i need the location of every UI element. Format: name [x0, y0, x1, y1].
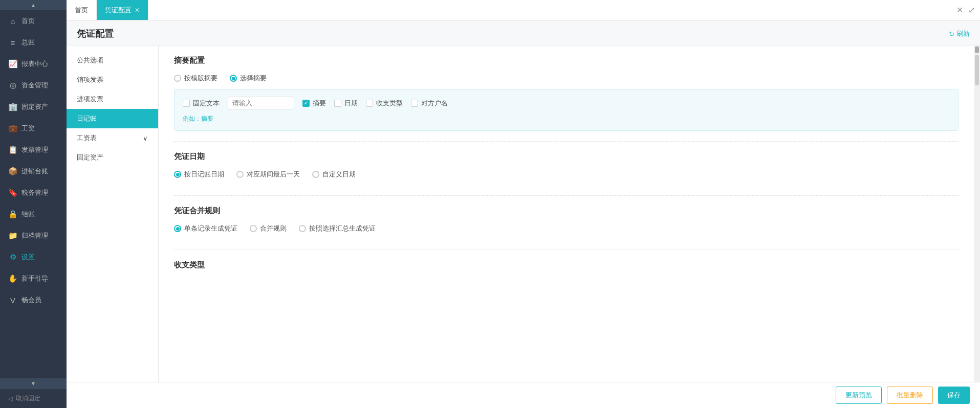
unpin-label: 取消固定: [16, 394, 40, 403]
update-preview-button[interactable]: 更新预览: [836, 387, 882, 404]
sidebar-item-vip[interactable]: V 畅会员: [0, 289, 67, 311]
left-nav-journal[interactable]: 日记账: [67, 109, 158, 128]
sidebar-item-assets[interactable]: 🏢 固定资产: [0, 96, 67, 118]
checkbox-abstract[interactable]: ✓ 摘要: [302, 99, 326, 108]
sidebar-scroll-down[interactable]: ▼: [0, 378, 67, 389]
sidebar-item-label: 首页: [21, 16, 35, 26]
left-nav-purchase-inv[interactable]: 进项发票: [67, 89, 158, 109]
save-button[interactable]: 保存: [938, 387, 970, 404]
content-layout: 公共选项 销项发票 进项发票 日记账 工资表 ∨ 固定资产 摘要配置: [67, 46, 980, 382]
checkbox-fixed-text-box: [183, 100, 190, 107]
checkbox-counterparty-box: [411, 100, 418, 107]
radio-summary[interactable]: 按照选择汇总生成凭证: [299, 224, 376, 233]
checkbox-income-type-box: [366, 100, 373, 107]
sidebar-item-label: 新手引导: [21, 274, 48, 283]
page-title: 凭证配置: [77, 28, 114, 40]
left-nav-sales[interactable]: 销项发票: [67, 70, 158, 89]
sidebar-item-invoice[interactable]: 📋 发票管理: [0, 139, 67, 161]
date-options-group: 按日记账日期 对应期间最后一天 自定义日期: [174, 170, 959, 179]
radio-merge-rule[interactable]: 合并规则: [250, 224, 287, 233]
left-nav-journal-label: 日记账: [77, 114, 97, 123]
archive-icon: 📁: [8, 231, 17, 240]
close-account-icon: 🔒: [8, 210, 17, 219]
sidebar-item-salary[interactable]: 💼 工资: [0, 118, 67, 139]
tax-icon: 🔖: [8, 188, 17, 197]
sidebar-item-reports[interactable]: 📈 报表中心: [0, 53, 67, 75]
checkbox-income-type-label: 收支类型: [376, 99, 403, 108]
main-area: 首页 凭证配置 ✕ ✕ ⤢ 凭证配置 ↻ 刷新 公共选项 销项发票 进: [67, 0, 980, 408]
window-controls: ✕ ⤢: [956, 5, 975, 15]
radio-summary-circle: [299, 225, 306, 232]
tab-voucher[interactable]: 凭证配置 ✕: [97, 0, 148, 20]
left-nav-sales-label: 销项发票: [77, 75, 103, 84]
radio-merge-rule-circle: [250, 225, 257, 232]
radio-single-circle: [174, 225, 181, 232]
left-nav-fixed-assets-label: 固定资产: [77, 153, 103, 162]
sidebar-item-settings[interactable]: ⚙ 设置: [0, 246, 67, 268]
checkbox-abstract-label: 摘要: [313, 99, 326, 108]
window-maximize-btn[interactable]: ⤢: [968, 5, 975, 15]
tab-home-label: 首页: [75, 6, 88, 15]
refresh-label: 刷新: [956, 29, 970, 38]
tab-voucher-label: 凭证配置: [105, 6, 132, 15]
invoice-icon: 📋: [8, 145, 17, 154]
checkbox-counterparty[interactable]: 对方户名: [411, 99, 448, 108]
home-icon: ⌂: [8, 17, 17, 26]
radio-period-last[interactable]: 对应期间最后一天: [236, 170, 300, 179]
sidebar-nav: ⌂ 首页 ≡ 总账 📈 报表中心 ◎ 资金管理 🏢 固定资产 💼 工资 📋 发票…: [0, 10, 67, 378]
checkbox-date[interactable]: 日期: [334, 99, 358, 108]
sidebar-item-archive[interactable]: 📁 归档管理: [0, 225, 67, 246]
radio-single[interactable]: 单条记录生成凭证: [174, 224, 237, 233]
tab-voucher-close[interactable]: ✕: [135, 7, 140, 14]
radio-journal-date[interactable]: 按日记账日期: [174, 170, 224, 179]
scrollbar-thumb[interactable]: [975, 55, 979, 85]
abstract-example: 例如：摘要: [183, 115, 950, 123]
sidebar-item-home[interactable]: ⌂ 首页: [0, 10, 67, 32]
sidebar-item-label: 进销台账: [21, 167, 48, 176]
checkbox-fixed-text-label: 固定文本: [193, 99, 220, 108]
sidebar-item-close[interactable]: 🔒 结账: [0, 203, 67, 225]
checkbox-income-type[interactable]: 收支类型: [366, 99, 403, 108]
sidebar-item-purchase[interactable]: 📦 进销台账: [0, 161, 67, 182]
sidebar-item-tax[interactable]: 🔖 税务管理: [0, 182, 67, 203]
left-nav-public[interactable]: 公共选项: [67, 51, 158, 70]
sidebar-item-ledger[interactable]: ≡ 总账: [0, 32, 67, 53]
window-close-btn[interactable]: ✕: [956, 5, 963, 15]
sidebar-item-label: 结账: [21, 210, 35, 219]
right-scrollbar[interactable]: [974, 46, 980, 382]
sidebar-item-label: 资金管理: [21, 81, 48, 90]
sidebar-item-label: 归档管理: [21, 231, 48, 240]
fixed-text-input[interactable]: [228, 97, 294, 109]
checkbox-fixed-text[interactable]: 固定文本: [183, 99, 220, 108]
radio-summary-label: 按照选择汇总生成凭证: [309, 224, 376, 233]
unpin-icon: ◁: [8, 395, 13, 402]
radio-select-label: 选择摘要: [240, 74, 267, 83]
radio-select-abstract[interactable]: 选择摘要: [230, 74, 267, 83]
sidebar-scroll-up[interactable]: ▲: [0, 0, 67, 10]
left-nav-fixed-assets[interactable]: 固定资产: [67, 148, 158, 167]
sidebar-item-funds[interactable]: ◎ 资金管理: [0, 75, 67, 96]
refresh-button[interactable]: ↻ 刷新: [949, 29, 970, 38]
sidebar-item-label: 税务管理: [21, 188, 48, 197]
sidebar-item-label: 工资: [21, 124, 35, 133]
settings-icon: ⚙: [8, 253, 17, 262]
sidebar-item-label: 总账: [21, 38, 35, 47]
sidebar-unpin[interactable]: ◁ 取消固定: [0, 389, 67, 408]
checkbox-date-box: [334, 100, 341, 107]
radio-template-abstract[interactable]: 按模版摘要: [174, 74, 217, 83]
scrollbar-up[interactable]: [975, 47, 979, 53]
sidebar: ▲ ⌂ 首页 ≡ 总账 📈 报表中心 ◎ 资金管理 🏢 固定资产 💼 工资 📋 …: [0, 0, 67, 408]
radio-custom-date[interactable]: 自定义日期: [312, 170, 356, 179]
batch-delete-button[interactable]: 批量删除: [887, 387, 933, 404]
left-nav-payroll[interactable]: 工资表 ∨: [67, 128, 158, 148]
income-type-section: 收支类型: [174, 260, 959, 309]
left-nav-purchase-inv-label: 进项发票: [77, 95, 103, 104]
merge-section: 凭证合并规则 单条记录生成凭证 合并规则 按照选择汇总生成凭证: [174, 206, 959, 250]
sidebar-item-label: 设置: [21, 253, 35, 262]
abstract-checkbox-row: 固定文本 ✓ 摘要 日期 收支类型: [183, 97, 950, 109]
tab-home[interactable]: 首页: [67, 0, 97, 20]
date-title: 凭证日期: [174, 152, 959, 162]
sidebar-item-guide[interactable]: ✋ 新手引导: [0, 268, 67, 289]
radio-journal-date-label: 按日记账日期: [184, 170, 224, 179]
radio-period-last-label: 对应期间最后一天: [247, 170, 300, 179]
